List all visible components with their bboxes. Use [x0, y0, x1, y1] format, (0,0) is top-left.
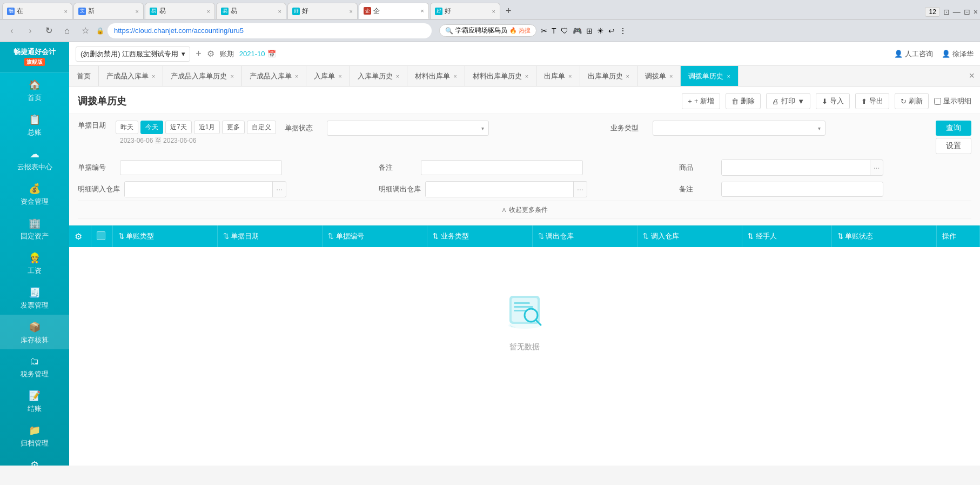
- refresh-button[interactable]: ↻: [41, 23, 56, 38]
- tab-transfer-history[interactable]: 调拨单历史 ×: [681, 66, 738, 87]
- detail-out-input[interactable]: [426, 182, 573, 197]
- th-out[interactable]: ⇅ 调出仓库: [532, 225, 637, 247]
- tab-close[interactable]: ×: [230, 73, 233, 79]
- date-today-button[interactable]: 今天: [140, 121, 163, 134]
- tab-home[interactable]: 首页: [69, 66, 99, 87]
- tab-close[interactable]: ×: [626, 73, 629, 79]
- tab-close[interactable]: ×: [152, 73, 155, 79]
- sidebar-item-home[interactable]: 🏠 首页: [0, 72, 69, 107]
- url-input[interactable]: [108, 23, 432, 38]
- tab-in-history[interactable]: 入库单历史 ×: [350, 66, 407, 87]
- goods-dots-icon[interactable]: ···: [870, 160, 883, 175]
- sidebar-item-close-books[interactable]: 📝 结账: [0, 383, 69, 418]
- tab-close[interactable]: ×: [295, 73, 298, 79]
- sidebar-item-salary[interactable]: 👷 工资: [0, 245, 69, 280]
- new-record-button[interactable]: + + 新增: [682, 93, 720, 109]
- tab-material-out[interactable]: 材料出库单 ×: [407, 66, 465, 87]
- tab-close-icon-5[interactable]: ×: [350, 8, 353, 15]
- period-selector[interactable]: 2021-10 📅: [239, 50, 276, 58]
- tab-close[interactable]: ×: [396, 73, 399, 79]
- tab-close-icon-2[interactable]: ×: [136, 8, 139, 15]
- show-detail-checkbox[interactable]: 显示明细: [934, 96, 971, 106]
- browser-tab-7[interactable]: 好 好 ×: [430, 3, 500, 19]
- tab-close[interactable]: ×: [338, 73, 341, 79]
- sidebar-item-ledger[interactable]: 📋 总账: [0, 107, 69, 142]
- date-7days-button[interactable]: 近7天: [165, 121, 192, 134]
- tab-material-out-history[interactable]: 材料出库单历史 ×: [465, 66, 536, 87]
- collapse-button[interactable]: ∧ 收起更多条件: [501, 205, 547, 215]
- th-handler[interactable]: ⇅ 经手人: [742, 225, 831, 247]
- th-checkbox[interactable]: [91, 225, 112, 247]
- date-1month-button[interactable]: 近1月: [194, 121, 220, 134]
- import-button[interactable]: ⬇ 导入: [816, 93, 850, 109]
- status-select[interactable]: ▾: [327, 121, 489, 136]
- th-date[interactable]: ⇅ 单据日期: [217, 225, 322, 247]
- sidebar-item-capital[interactable]: 💰 资金管理: [0, 176, 69, 211]
- forward-button[interactable]: ›: [23, 23, 38, 38]
- th-biz[interactable]: ⇅ 业务类型: [427, 225, 532, 247]
- tab-close[interactable]: ×: [727, 73, 730, 79]
- company-settings-button[interactable]: ⚙: [207, 49, 214, 59]
- sidebar-item-fixed-assets[interactable]: 🏢 固定资产: [0, 211, 69, 245]
- back-button[interactable]: ‹: [4, 23, 19, 38]
- print-button[interactable]: 🖨 打印 ▼: [766, 93, 810, 109]
- tab-close[interactable]: ×: [568, 73, 572, 79]
- browser-tab-3[interactable]: 易 易 ×: [145, 3, 215, 19]
- close-all-icon[interactable]: ×: [963, 70, 980, 82]
- delete-button[interactable]: 🗑 删除: [726, 93, 761, 109]
- tab-close-icon-6[interactable]: ×: [421, 8, 424, 14]
- doc-no-input[interactable]: [120, 160, 282, 175]
- sidebar-item-archive[interactable]: 📁 归档管理: [0, 418, 69, 453]
- sidebar-item-inventory[interactable]: 📦 库存核算: [0, 315, 69, 349]
- browser-tab-4[interactable]: 易 易 ×: [216, 3, 286, 19]
- tab-out-history[interactable]: 出库单历史 ×: [580, 66, 637, 87]
- browser-tab-2[interactable]: 文 新 ×: [73, 3, 144, 19]
- browser-tab[interactable]: 畅 在 ×: [2, 3, 72, 19]
- goods-input[interactable]: [722, 160, 869, 175]
- select-all-checkbox[interactable]: [97, 231, 105, 240]
- new-tab-button[interactable]: +: [501, 3, 516, 19]
- date-yesterday-button[interactable]: 昨天: [116, 121, 138, 134]
- tab-close-icon-3[interactable]: ×: [207, 8, 210, 15]
- detail-in-dots-icon[interactable]: ···: [272, 182, 286, 197]
- tab-close[interactable]: ×: [525, 73, 528, 79]
- tab-product-in[interactable]: 产成品入库单 ×: [99, 66, 163, 87]
- add-company-button[interactable]: +: [196, 48, 202, 59]
- company-selector[interactable]: (勿删勿禁用) 江西服宝测试专用 ▾: [76, 46, 190, 62]
- export-button[interactable]: ⬆ 导出: [855, 93, 889, 109]
- th-gear[interactable]: ⚙: [69, 225, 91, 247]
- sidebar-item-invoice[interactable]: 🧾 发票管理: [0, 280, 69, 315]
- tab-close-icon[interactable]: ×: [64, 8, 68, 15]
- date-custom-button[interactable]: 自定义: [247, 121, 276, 134]
- query-button[interactable]: 查询: [936, 121, 971, 136]
- tab-product-in-2[interactable]: 产成品入库单 ×: [242, 66, 306, 87]
- refresh-button[interactable]: ↻ 刷新: [895, 93, 929, 109]
- home-button[interactable]: ⌂: [59, 23, 75, 38]
- show-detail-input[interactable]: [934, 98, 941, 105]
- tab-out[interactable]: 出库单 ×: [536, 66, 580, 87]
- biz-type-select[interactable]: ▾: [653, 121, 825, 136]
- column-settings-button[interactable]: ⚙: [75, 231, 82, 242]
- sidebar-item-settings[interactable]: ⚙ 基础设置: [0, 453, 69, 466]
- tab-product-in-history[interactable]: 产成品入库单历史 ×: [163, 66, 241, 87]
- detail-in-input[interactable]: [125, 182, 272, 197]
- note-input[interactable]: [421, 160, 583, 175]
- tab-close[interactable]: ×: [669, 73, 673, 79]
- user-menu[interactable]: 👤 徐泽华: [942, 49, 974, 59]
- sidebar-item-tax[interactable]: 🗂 税务管理: [0, 349, 69, 383]
- note2-input[interactable]: [721, 182, 883, 197]
- tab-in[interactable]: 入库单 ×: [306, 66, 350, 87]
- date-more-button[interactable]: 更多: [222, 121, 245, 134]
- detail-out-dots-icon[interactable]: ···: [573, 182, 587, 197]
- filter-settings-button[interactable]: 设置: [936, 138, 971, 154]
- tab-close[interactable]: ×: [453, 73, 457, 79]
- browser-tab-5[interactable]: 好 好 ×: [287, 3, 358, 19]
- th-no[interactable]: ⇅ 单据编号: [323, 225, 427, 247]
- tab-close-icon-4[interactable]: ×: [278, 8, 281, 15]
- tab-transfer[interactable]: 调拨单 ×: [637, 66, 681, 87]
- consult-button[interactable]: 👤 人工咨询: [894, 49, 933, 59]
- th-status[interactable]: ⇅ 单账状态: [831, 225, 936, 247]
- th-type[interactable]: ⇅ 单账类型: [112, 225, 217, 247]
- th-in[interactable]: ⇅ 调入仓库: [637, 225, 742, 247]
- sidebar-item-cloud-reports[interactable]: ☁ 云报表中心: [0, 142, 69, 176]
